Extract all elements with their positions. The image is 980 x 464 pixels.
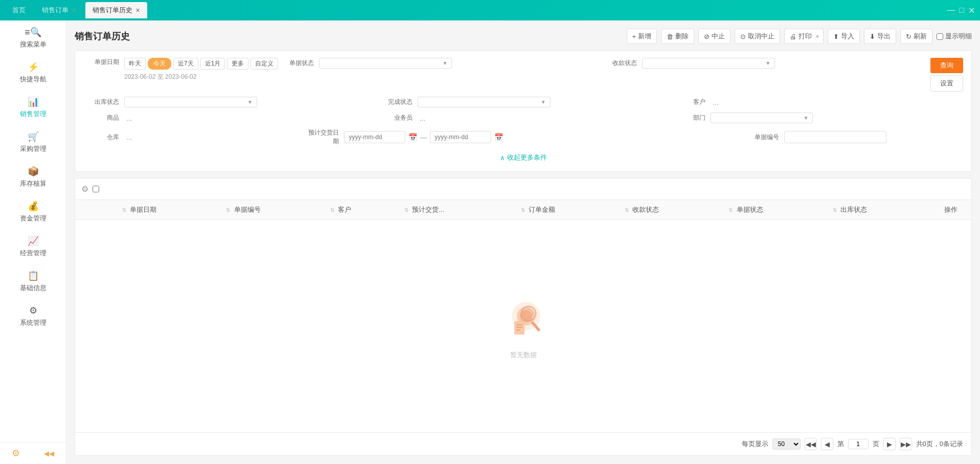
order-no-input[interactable] bbox=[784, 131, 886, 143]
sidebar-item-finance[interactable]: 💰 资金管理 bbox=[0, 194, 66, 229]
sidebar-item-system-mgmt[interactable]: ⚙ 系统管理 bbox=[0, 299, 66, 334]
delivery-date-label: 预计交货日期 bbox=[303, 128, 344, 146]
query-button[interactable]: 查询 bbox=[930, 58, 963, 73]
date-dash: — bbox=[420, 134, 427, 141]
tab-sales-history[interactable]: 销售订单历史 ✕ bbox=[85, 2, 147, 18]
sidebar-settings-icon[interactable]: ⚙ bbox=[12, 448, 20, 459]
print-button[interactable]: 🖨 打印 ▼ bbox=[784, 29, 824, 44]
col-customer[interactable]: ⇅ 客户 bbox=[324, 200, 398, 220]
salesperson-ellipsis[interactable]: ... bbox=[418, 114, 428, 122]
tab-sales-history-close[interactable]: ✕ bbox=[135, 7, 140, 14]
sidebar-item-sales-mgmt-label: 销售管理 bbox=[20, 109, 47, 119]
customer-ellipsis[interactable]: ... bbox=[711, 98, 721, 106]
order-status-label: 单据状态 bbox=[278, 59, 319, 68]
sidebar-item-search-menu[interactable]: ≡🔍 搜索菜单 bbox=[0, 20, 66, 55]
of-label: 页 bbox=[873, 439, 879, 449]
date-btn-custom[interactable]: 自定义 bbox=[250, 58, 278, 70]
col-operation: 操作 bbox=[930, 200, 971, 220]
page-size-select[interactable]: 50 10 20 100 bbox=[772, 438, 801, 450]
date-shortcuts: 昨天 今天 近7天 近1月 更多 自定义 bbox=[124, 58, 278, 70]
purchase-mgmt-icon: 🛒 bbox=[28, 131, 39, 142]
date-btn-today[interactable]: 今天 bbox=[148, 58, 171, 70]
col-delivery-date[interactable]: ⇅ 预计交货... bbox=[398, 200, 514, 220]
maximize-icon[interactable]: □ bbox=[959, 6, 964, 15]
delete-button[interactable]: 🗑 删除 bbox=[661, 29, 694, 44]
sidebar-bottom: ⚙ ◀◀ bbox=[0, 442, 66, 464]
date-btn-yesterday[interactable]: 昨天 bbox=[124, 58, 146, 70]
col-order-no[interactable]: ⇅ 单据编号 bbox=[220, 200, 324, 220]
new-icon: + bbox=[632, 33, 636, 40]
sidebar-item-quick-nav-label: 快捷导航 bbox=[20, 75, 47, 84]
next-page-button[interactable]: ▶ bbox=[883, 438, 896, 450]
close-window-icon[interactable]: ✕ bbox=[968, 6, 975, 15]
empty-text: 暂无数据 bbox=[510, 350, 537, 360]
refresh-button[interactable]: ↻ 刷新 bbox=[900, 29, 932, 44]
warehouse-label: 仓库 bbox=[83, 133, 124, 142]
print-dropdown-arrow: ▼ bbox=[815, 34, 820, 39]
first-page-button[interactable]: ◀◀ bbox=[805, 438, 817, 450]
sidebar-item-basic-info[interactable]: 📋 基础信息 bbox=[0, 264, 66, 299]
sidebar-item-sales-mgmt[interactable]: 📊 销售管理 bbox=[0, 90, 66, 125]
pay-status-label: 收款状态 bbox=[601, 59, 642, 68]
date-btn-1month[interactable]: 近1月 bbox=[200, 58, 225, 70]
sidebar-item-purchase-mgmt[interactable]: 🛒 采购管理 bbox=[0, 125, 66, 160]
delivery-status-select[interactable]: ▼ bbox=[124, 97, 257, 107]
quick-nav-icon: ⚡ bbox=[28, 61, 39, 73]
delivery-date-from-calendar[interactable]: 📅 bbox=[408, 133, 417, 141]
warehouse-ellipsis[interactable]: ... bbox=[124, 133, 134, 141]
delivery-date-sort-icon: ⇅ bbox=[404, 207, 408, 213]
prev-page-button[interactable]: ◀ bbox=[821, 438, 833, 450]
minimize-icon[interactable]: — bbox=[947, 6, 955, 15]
print-icon: 🖨 bbox=[790, 33, 796, 40]
table-section: ⚙ ⇅ 单据日期 ⇅ 单据编号 bbox=[75, 178, 972, 456]
tab-home[interactable]: 首页 bbox=[5, 2, 33, 18]
completion-status-select[interactable]: ▼ bbox=[418, 97, 551, 107]
order-status-select[interactable]: ▼ bbox=[319, 58, 452, 69]
pay-status-select[interactable]: ▼ bbox=[642, 58, 775, 69]
import-button[interactable]: ⬆ 导入 bbox=[828, 29, 860, 44]
collapse-row[interactable]: ∧ 收起更多条件 bbox=[83, 151, 963, 164]
col-pay-status[interactable]: ⇅ 收款状态 bbox=[619, 200, 722, 220]
delivery-date-to-calendar[interactable]: 📅 bbox=[494, 133, 503, 141]
empty-state: 暂无数据 bbox=[75, 220, 971, 432]
set-button[interactable]: 设置 bbox=[930, 75, 963, 92]
sidebar-item-inventory[interactable]: 📦 库存核算 bbox=[0, 160, 66, 194]
delete-icon: 🗑 bbox=[667, 33, 673, 40]
tab-sales-order-close[interactable]: ✕ bbox=[72, 7, 76, 14]
delivery-date-to[interactable] bbox=[430, 131, 491, 143]
new-label: 新增 bbox=[638, 32, 651, 41]
last-page-button[interactable]: ▶▶ bbox=[900, 438, 912, 450]
page-number-input[interactable] bbox=[848, 439, 869, 449]
delivery-date-group: 📅 — 📅 bbox=[344, 131, 503, 143]
sales-mgmt-icon: 📊 bbox=[28, 96, 39, 107]
table-settings-icon[interactable]: ⚙ bbox=[81, 184, 88, 194]
tab-sales-history-label: 销售订单历史 bbox=[93, 6, 132, 15]
sidebar-item-operations[interactable]: 📈 经营管理 bbox=[0, 229, 66, 264]
tab-home-label: 首页 bbox=[12, 6, 26, 15]
delivery-date-from[interactable] bbox=[344, 131, 405, 143]
col-order-status[interactable]: ⇅ 单据状态 bbox=[722, 200, 826, 220]
new-button[interactable]: + 新增 bbox=[627, 29, 657, 44]
sidebar-collapse-icon[interactable]: ◀◀ bbox=[44, 450, 54, 457]
display-toggle[interactable]: 显示明细 bbox=[937, 32, 972, 41]
cancel-stop-button[interactable]: ⊙ 取消中止 bbox=[735, 29, 780, 44]
order-no-label: 单据编号 bbox=[743, 133, 784, 142]
col-date[interactable]: ⇅ 单据日期 bbox=[116, 200, 220, 220]
tab-sales-order[interactable]: 销售订单 ✕ bbox=[35, 2, 83, 18]
col-amount[interactable]: ⇅ 订单金额 bbox=[515, 200, 619, 220]
col-delivery-status[interactable]: ⇅ 出库状态 bbox=[827, 200, 930, 220]
export-button[interactable]: ⬇ 导出 bbox=[864, 29, 896, 44]
refresh-icon: ↻ bbox=[906, 33, 911, 40]
display-toggle-checkbox[interactable] bbox=[937, 33, 943, 40]
product-ellipsis[interactable]: ... bbox=[124, 114, 134, 122]
date-btn-more[interactable]: 更多 bbox=[227, 58, 248, 70]
collapse-text: 收起更多条件 bbox=[507, 153, 547, 162]
completion-status-label: 完成状态 bbox=[377, 98, 418, 106]
customer-label: 客户 bbox=[670, 98, 711, 106]
sidebar-item-quick-nav[interactable]: ⚡ 快捷导航 bbox=[0, 55, 66, 90]
delete-label: 删除 bbox=[675, 32, 689, 41]
stop-button[interactable]: ⊘ 中止 bbox=[698, 29, 731, 44]
department-select[interactable]: ▼ bbox=[711, 113, 813, 123]
date-btn-7days[interactable]: 近7天 bbox=[173, 58, 198, 70]
select-all-checkbox[interactable] bbox=[93, 186, 99, 192]
